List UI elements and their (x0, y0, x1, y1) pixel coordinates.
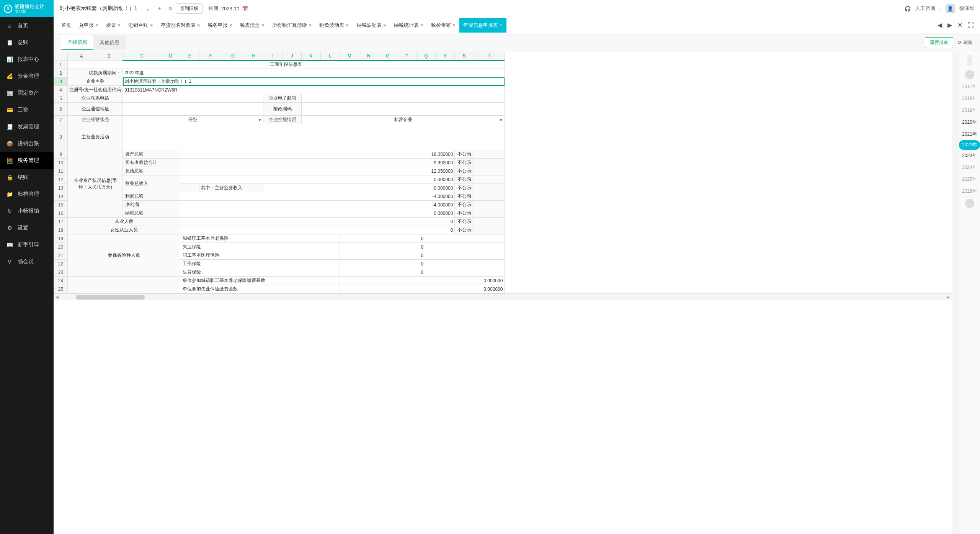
reg-code-value[interactable]: 91320811MA7NGR2W6R (123, 86, 505, 94)
nav-item-4[interactable]: 🏢固定资产 (0, 85, 54, 102)
col-header-G[interactable]: G (222, 52, 244, 61)
horizontal-scrollbar[interactable]: ◀ ▶ (54, 293, 952, 300)
tab-close-icon[interactable]: × (229, 22, 232, 28)
row-header-7[interactable]: 7 (54, 116, 68, 124)
row-header-18[interactable]: 18 (54, 226, 68, 234)
nav-item-8[interactable]: 🧮税务管理 (0, 152, 54, 169)
tab-7[interactable]: 所得税汇算清缴× (268, 18, 315, 33)
row-header-20[interactable]: 20 (54, 243, 68, 251)
row-15-value[interactable]: -4.000000 (180, 201, 455, 209)
dropdown-cell[interactable]: 不公示▼ (455, 167, 474, 175)
dropdown-cell[interactable]: 不公示▼ (455, 192, 474, 201)
tab-6[interactable]: 税表清册× (236, 18, 268, 33)
year-2021年[interactable]: 2021年 (959, 128, 980, 140)
period-value[interactable]: 2023-11 (221, 6, 240, 11)
tab-9[interactable]: 纳税波动表× (353, 18, 390, 33)
row-11-value[interactable]: 12.050000 (180, 167, 455, 175)
vertical-scrollbar[interactable] (952, 52, 959, 534)
row-header-9[interactable]: 9 (54, 150, 68, 159)
row-header-19[interactable]: 19 (54, 234, 68, 243)
row-header-12[interactable]: 12 (54, 175, 68, 184)
tab-close-icon[interactable]: × (118, 22, 121, 28)
nav-item-10[interactable]: 📁归档管理 (0, 186, 54, 203)
tab-prev-icon[interactable]: ◀ (935, 20, 944, 30)
year-2024年[interactable]: 2024年 (959, 162, 980, 174)
tab-close-icon[interactable]: × (150, 22, 153, 28)
year-up-icon[interactable]: ⌃ (965, 70, 974, 79)
user-avatar[interactable]: 👤 (946, 4, 955, 13)
col-header-P[interactable]: P (397, 52, 416, 61)
refresh-button[interactable]: ⟳ 刷新 (958, 39, 972, 46)
row-13-value[interactable]: 0.000000 (263, 184, 455, 192)
row-25-value[interactable]: 0.000000 (340, 285, 505, 293)
ins-20-value[interactable]: 0 (340, 243, 505, 251)
row-header-6[interactable]: 6 (54, 103, 68, 116)
dropdown-cell[interactable]: 不公示▼ (455, 159, 474, 167)
row-14-value[interactable]: -4.000000 (180, 192, 455, 201)
main-biz-value[interactable] (123, 124, 505, 150)
dropdown-cell[interactable]: 不公示▼ (455, 226, 474, 234)
tab-12[interactable]: 年报信息申报表× (459, 18, 506, 33)
year-collapse-icon[interactable]: ‹ (967, 55, 972, 66)
row-header-22[interactable]: 22 (54, 260, 68, 268)
tab-close-all-icon[interactable]: ✕ (955, 20, 965, 30)
tab-next-icon[interactable]: ▶ (945, 20, 954, 30)
nav-item-3[interactable]: 💰资金管理 (0, 68, 54, 85)
username[interactable]: 徐泽华 (959, 5, 974, 12)
nav-item-0[interactable]: ⌂首页 (0, 17, 54, 34)
year-2023年[interactable]: 2023年 (959, 150, 980, 162)
row-header-10[interactable]: 10 (54, 159, 68, 167)
tab-1[interactable]: 兑申报× (75, 18, 102, 33)
holding-value[interactable]: 私营企业▼ (302, 116, 505, 124)
ins-21-value[interactable]: 0 (340, 251, 505, 260)
row-header-21[interactable]: 21 (54, 251, 68, 260)
row-header-1[interactable]: 1 (54, 61, 68, 69)
row-header-15[interactable]: 15 (54, 201, 68, 209)
nav-item-14[interactable]: V畅会员 (0, 253, 54, 270)
tab-close-icon[interactable]: × (346, 22, 349, 28)
nav-item-9[interactable]: 🔒结账 (0, 169, 54, 186)
col-header-N[interactable]: N (359, 52, 378, 61)
col-header-C[interactable]: C (123, 52, 161, 61)
col-header-J[interactable]: J (283, 52, 302, 61)
col-header-E[interactable]: E (180, 52, 199, 61)
female-value[interactable]: 0 (180, 226, 455, 234)
subtab-basic[interactable]: 基础信息 (61, 35, 93, 50)
row-9-value[interactable]: 18.050000 (180, 150, 455, 159)
fullscreen-icon[interactable]: ⛶ (965, 20, 976, 30)
year-2020年[interactable]: 2020年 (959, 116, 980, 128)
add-icon[interactable]: ＋ (157, 5, 162, 12)
status-value[interactable]: 开业▼ (123, 116, 263, 124)
row-12-value[interactable]: 0.000000 (180, 175, 455, 184)
ins-23-value[interactable]: 0 (340, 268, 505, 277)
tab-3[interactable]: 进销台账× (124, 18, 157, 33)
tab-8[interactable]: 税负波动表× (315, 18, 353, 33)
phone-value[interactable] (123, 94, 263, 103)
row-header-2[interactable]: 2 (54, 69, 68, 77)
row-header-25[interactable]: 25 (54, 285, 68, 293)
address-value[interactable] (123, 103, 263, 116)
dropdown-cell[interactable]: 不公示▼ (455, 175, 474, 184)
year-2017年[interactable]: 2017年 (959, 81, 980, 93)
tab-close-icon[interactable]: × (383, 22, 386, 28)
col-header-I[interactable]: I (263, 52, 283, 61)
dropdown-cell[interactable]: 不公示▼ (455, 184, 474, 192)
tab-11[interactable]: 税检专家× (427, 18, 459, 33)
col-header-S[interactable]: S (455, 52, 474, 61)
col-header-Q[interactable]: Q (416, 52, 436, 61)
account-dropdown-icon[interactable]: ⌄ (145, 5, 150, 12)
year-2018年[interactable]: 2018年 (959, 93, 980, 105)
dropdown-cell[interactable]: 不公示▼ (455, 150, 474, 159)
tab-2[interactable]: 发票× (102, 18, 124, 33)
year-2022年[interactable]: 2022年 (959, 140, 980, 150)
nav-item-11[interactable]: ↻小畅报销 (0, 203, 54, 219)
nav-item-1[interactable]: 📋总账 (0, 34, 54, 51)
tab-close-icon[interactable]: × (500, 22, 503, 28)
subtab-other[interactable]: 其他信息 (93, 35, 126, 50)
tab-close-icon[interactable]: × (420, 22, 423, 28)
col-header-B[interactable]: B (95, 52, 123, 61)
reset-button[interactable]: 重置报表 (925, 37, 953, 48)
tab-4[interactable]: 存货别名对照表× (157, 18, 204, 33)
row-16-value[interactable]: 0.000000 (180, 209, 455, 218)
row-header-5[interactable]: 5 (54, 94, 68, 103)
